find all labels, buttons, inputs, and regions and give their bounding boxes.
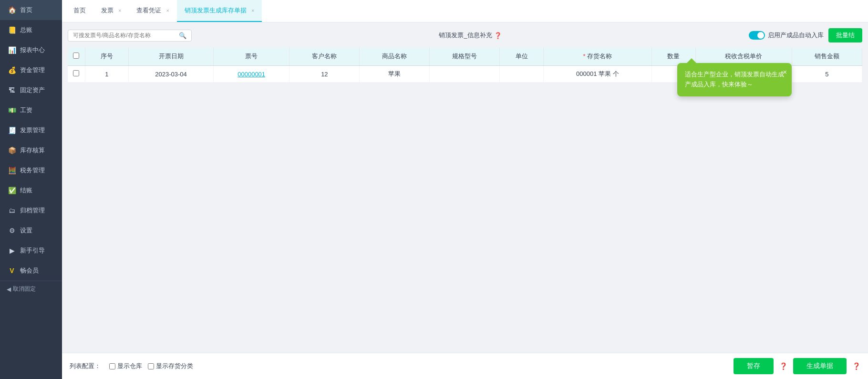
th-customer: 客户名称 bbox=[289, 47, 360, 66]
generate-btn[interactable]: 生成单据 bbox=[793, 358, 847, 374]
th-inventory-name: 存货名称 bbox=[543, 47, 651, 66]
pin-icon: ◀ bbox=[7, 286, 11, 293]
search-icon: 🔍 bbox=[179, 32, 186, 39]
tooltip-bubble: × 适合生产型企业，销顶发票自动生成产成品入库，快来体验～ bbox=[677, 63, 792, 96]
sidebar-item-funds[interactable]: 💰 资金管理 bbox=[0, 60, 62, 80]
fixed-assets-icon: 🏗 bbox=[8, 86, 16, 94]
td-customer: 12 bbox=[289, 66, 360, 83]
tooltip-close-btn[interactable]: × bbox=[783, 67, 787, 77]
td-spec bbox=[430, 66, 500, 83]
show-warehouse-checkbox[interactable] bbox=[109, 363, 115, 369]
tab-invoice-close[interactable]: × bbox=[118, 8, 121, 13]
content-area: 🔍 销顶发票_信息补充 ❓ 启用产成品自动入库 批量结 bbox=[62, 22, 868, 353]
closing-icon: ✅ bbox=[8, 187, 16, 194]
td-seq: 1 bbox=[85, 66, 129, 83]
bottom-actions: 暂存 ❓ 生成单据 ❓ bbox=[734, 358, 860, 374]
show-category-checkbox[interactable] bbox=[148, 363, 154, 369]
sidebar-item-tax[interactable]: 🧮 税务管理 bbox=[0, 160, 62, 180]
tab-sales-invoice-close[interactable]: × bbox=[251, 8, 254, 13]
sidebar-item-home[interactable]: 🏠 首页 bbox=[0, 0, 62, 20]
tabbar: 首页 发票 × 查看凭证 × 销顶发票生成库存单据 × bbox=[62, 0, 868, 22]
sidebar-item-archive[interactable]: 🗂 归档管理 bbox=[0, 200, 62, 221]
td-checkbox bbox=[68, 66, 85, 83]
sidebar-item-invoice-mgmt[interactable]: 🧾 发票管理 bbox=[0, 120, 62, 140]
settings-icon: ⚙ bbox=[8, 227, 16, 234]
auto-warehousing-toggle[interactable] bbox=[749, 31, 765, 40]
th-date: 开票日期 bbox=[129, 47, 214, 66]
vip-icon: V bbox=[8, 267, 16, 274]
inventory-icon: 📦 bbox=[8, 147, 16, 154]
payroll-icon: 💵 bbox=[8, 106, 16, 114]
tooltip-arrow bbox=[687, 58, 696, 63]
th-spec: 规格型号 bbox=[430, 47, 500, 66]
td-unit bbox=[500, 66, 544, 83]
th-sales-amount: 销售金额 bbox=[792, 47, 862, 66]
main-area: 首页 发票 × 查看凭证 × 销顶发票生成库存单据 × 🔍 销顶发票_信息补充 bbox=[62, 0, 868, 379]
td-product-name: 苹果 bbox=[360, 66, 430, 83]
search-box[interactable]: 🔍 bbox=[68, 30, 192, 42]
sidebar: 🏠 首页 📒 总账 📊 报表中心 💰 资金管理 🏗 固定资产 💵 工资 🧾 发票… bbox=[0, 0, 62, 379]
sidebar-item-reports[interactable]: 📊 报表中心 bbox=[0, 40, 62, 60]
td-inventory-name: 000001 苹果 个 bbox=[543, 66, 651, 83]
reports-icon: 📊 bbox=[8, 46, 16, 54]
th-seq: 序号 bbox=[85, 47, 129, 66]
ledger-icon: 📒 bbox=[8, 26, 16, 34]
generate-help-icon[interactable]: ❓ bbox=[852, 362, 860, 370]
toolbar-right: 启用产成品自动入库 批量结 bbox=[749, 28, 862, 42]
tax-icon: 🧮 bbox=[8, 167, 16, 174]
save-help-icon[interactable]: ❓ bbox=[779, 362, 787, 370]
toolbar-left: 🔍 bbox=[68, 30, 192, 42]
th-product-name: 商品名称 bbox=[360, 47, 430, 66]
toolbar: 🔍 销顶发票_信息补充 ❓ 启用产成品自动入库 批量结 bbox=[68, 28, 862, 42]
invoice-mgmt-icon: 🧾 bbox=[8, 126, 16, 134]
sidebar-item-vip[interactable]: V 畅会员 bbox=[0, 261, 62, 281]
tab-voucher-close[interactable]: × bbox=[166, 8, 169, 13]
save-btn[interactable]: 暂存 bbox=[734, 358, 774, 374]
tab-voucher[interactable]: 查看凭证 × bbox=[129, 0, 176, 22]
list-config-label: 列表配置： bbox=[70, 362, 101, 370]
batch-btn[interactable]: 批量结 bbox=[828, 28, 862, 42]
select-all-checkbox[interactable] bbox=[73, 53, 79, 59]
toggle-area: 启用产成品自动入库 bbox=[749, 31, 824, 40]
info-help-icon[interactable]: ❓ bbox=[494, 32, 502, 39]
tab-invoice[interactable]: 发票 × bbox=[93, 0, 129, 22]
tab-home[interactable]: 首页 bbox=[66, 0, 93, 22]
archive-icon: 🗂 bbox=[8, 207, 16, 214]
sidebar-item-payroll[interactable]: 💵 工资 bbox=[0, 100, 62, 120]
td-sales-amount: 5 bbox=[792, 66, 862, 83]
search-input[interactable] bbox=[73, 32, 176, 39]
funds-icon: 💰 bbox=[8, 66, 16, 74]
th-checkbox bbox=[68, 47, 85, 66]
row-checkbox[interactable] bbox=[73, 70, 79, 76]
home-icon: 🏠 bbox=[8, 6, 16, 14]
guide-icon: ▶ bbox=[8, 247, 16, 254]
sidebar-pin-btn[interactable]: ◀ 取消固定 bbox=[0, 281, 62, 297]
th-ticket-no: 票号 bbox=[213, 47, 289, 66]
sidebar-item-fixed-assets[interactable]: 🏗 固定资产 bbox=[0, 80, 62, 100]
bottom-bar: 列表配置： 显示仓库 显示存货分类 暂存 ❓ 生成单据 ❓ bbox=[62, 353, 868, 379]
show-category-wrap: 显示存货分类 bbox=[148, 362, 193, 370]
sidebar-item-guide[interactable]: ▶ 新手引导 bbox=[0, 241, 62, 261]
sidebar-item-inventory[interactable]: 📦 库存核算 bbox=[0, 140, 62, 160]
th-unit: 单位 bbox=[500, 47, 544, 66]
sidebar-item-settings[interactable]: ⚙ 设置 bbox=[0, 221, 62, 241]
tab-sales-invoice[interactable]: 销顶发票生成库存单据 × bbox=[177, 0, 262, 22]
sidebar-item-closing[interactable]: ✅ 结账 bbox=[0, 180, 62, 200]
show-warehouse-wrap: 显示仓库 bbox=[109, 362, 142, 370]
td-ticket-no[interactable]: 00000001 bbox=[213, 66, 289, 83]
td-date: 2023-03-04 bbox=[129, 66, 214, 83]
sidebar-item-ledger[interactable]: 📒 总账 bbox=[0, 20, 62, 40]
info-label: 销顶发票_信息补充 ❓ bbox=[439, 31, 501, 40]
